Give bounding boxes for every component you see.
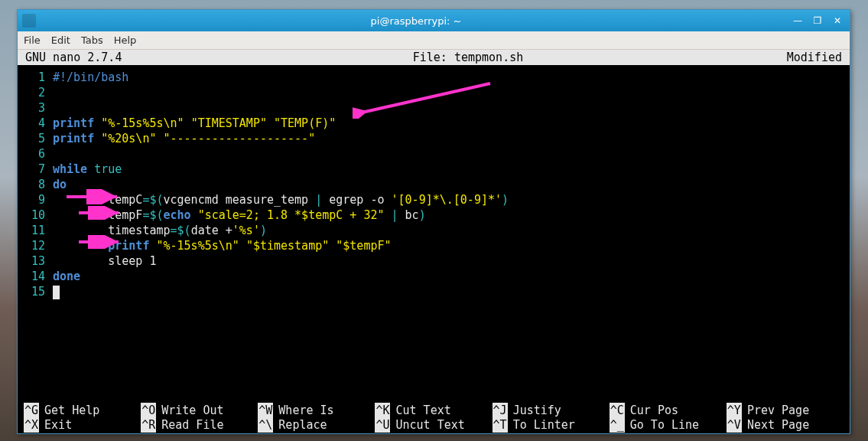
menu-file[interactable]: File bbox=[24, 34, 41, 46]
shortcut-justify[interactable]: ^JJustify bbox=[493, 403, 610, 417]
shortcut-replace[interactable]: ^\Replace bbox=[258, 417, 375, 432]
line-number: 2 bbox=[18, 85, 53, 100]
line-number: 4 bbox=[18, 116, 53, 131]
shortcut-cut-text[interactable]: ^KCut Text bbox=[375, 403, 492, 417]
shortcut-label: Go To Line bbox=[630, 417, 699, 433]
shortcut-get-help[interactable]: ^GGet Help bbox=[24, 403, 141, 417]
close-button[interactable]: ✕ bbox=[830, 15, 845, 27]
shortcut-key: ^G bbox=[24, 403, 39, 418]
code-line[interactable]: 6 bbox=[18, 146, 850, 162]
shortcut-key: ^V bbox=[727, 417, 742, 433]
code-cell[interactable]: printf "%20s\n" "--------------------" bbox=[53, 131, 850, 146]
line-number: 11 bbox=[18, 223, 53, 238]
line-number: 13 bbox=[18, 253, 53, 269]
code-line[interactable]: 1#!/bin/bash bbox=[18, 70, 850, 85]
code-line[interactable]: 15 bbox=[18, 284, 850, 299]
terminal-window: pi@raspberrypi: ~ — ❐ ✕ File Edit Tabs H… bbox=[17, 9, 850, 434]
line-number: 1 bbox=[18, 70, 53, 85]
shortcut-key: ^O bbox=[141, 403, 156, 418]
shortcut-label: Where Is bbox=[278, 403, 333, 418]
code-cell[interactable]: timestamp=$(date +'%s') bbox=[53, 223, 850, 238]
shortcut-key: ^C bbox=[610, 403, 625, 418]
shortcut-where-is[interactable]: ^WWhere Is bbox=[258, 403, 375, 417]
window-title: pi@raspberrypi: ~ bbox=[42, 15, 790, 27]
shortcut-label: Cut Text bbox=[395, 403, 450, 418]
nano-shortcuts: ^GGet Help^OWrite Out^WWhere Is^KCut Tex… bbox=[18, 403, 850, 433]
shortcut-key: ^\ bbox=[258, 417, 273, 433]
code-line[interactable]: 14done bbox=[18, 269, 850, 284]
shortcut-read-file[interactable]: ^RRead File bbox=[141, 417, 258, 432]
shortcut-key: ^R bbox=[141, 417, 156, 433]
titlebar[interactable]: pi@raspberrypi: ~ — ❐ ✕ bbox=[18, 10, 850, 31]
shortcut-label: Write Out bbox=[161, 403, 223, 418]
line-number: 12 bbox=[18, 238, 53, 253]
code-line[interactable]: 7while true bbox=[18, 162, 850, 177]
code-cell[interactable]: do bbox=[53, 177, 850, 192]
shortcut-label: Next Page bbox=[747, 417, 809, 433]
shortcut-next-page[interactable]: ^VNext Page bbox=[727, 417, 844, 432]
code-line[interactable]: 5printf "%20s\n" "--------------------" bbox=[18, 131, 850, 146]
code-line[interactable]: 2 bbox=[18, 85, 850, 100]
shortcut-cur-pos[interactable]: ^CCur Pos bbox=[610, 403, 727, 417]
shortcut-prev-page[interactable]: ^YPrev Page bbox=[727, 403, 844, 417]
shortcut-label: Cur Pos bbox=[630, 403, 678, 418]
code-line[interactable]: 9 tempC=$(vcgencmd measure_temp | egrep … bbox=[18, 192, 850, 207]
code-cell[interactable]: printf "%-15s%5s\n" "$timestamp" "$tempF… bbox=[53, 238, 850, 253]
shortcut-exit[interactable]: ^XExit bbox=[24, 417, 141, 432]
menubar: File Edit Tabs Help bbox=[18, 31, 850, 50]
shortcut-go-to-line[interactable]: ^_Go To Line bbox=[610, 417, 727, 432]
shortcut-write-out[interactable]: ^OWrite Out bbox=[141, 403, 258, 417]
menu-tabs[interactable]: Tabs bbox=[81, 34, 103, 46]
shortcut-to-linter[interactable]: ^TTo Linter bbox=[493, 417, 610, 432]
menu-edit[interactable]: Edit bbox=[51, 34, 70, 46]
minimize-button[interactable]: — bbox=[790, 15, 805, 27]
shortcut-key: ^_ bbox=[610, 417, 625, 433]
editor-content[interactable]: 1#!/bin/bash234printf "%-15s%5s\n" "TIME… bbox=[18, 65, 850, 299]
shortcut-key: ^W bbox=[258, 403, 273, 418]
shortcut-label: Replace bbox=[278, 417, 327, 433]
line-number: 3 bbox=[18, 100, 53, 116]
code-cell[interactable]: #!/bin/bash bbox=[53, 70, 850, 85]
shortcut-label: Read File bbox=[161, 417, 223, 433]
shortcut-label: Uncut Text bbox=[395, 417, 464, 433]
shortcut-key: ^X bbox=[24, 417, 39, 433]
line-number: 8 bbox=[18, 177, 53, 192]
code-cell[interactable] bbox=[53, 85, 850, 100]
code-line[interactable]: 10 tempF=$(echo "scale=2; 1.8 *$tempC + … bbox=[18, 207, 850, 223]
maximize-button[interactable]: ❐ bbox=[810, 15, 825, 27]
code-cell[interactable]: printf "%-15s%5s\n" "TIMESTAMP" "TEMP(F)… bbox=[53, 116, 850, 131]
code-line[interactable]: 11 timestamp=$(date +'%s') bbox=[18, 223, 850, 238]
line-number: 10 bbox=[18, 207, 53, 223]
window-buttons: — ❐ ✕ bbox=[790, 15, 845, 27]
code-line[interactable]: 4printf "%-15s%5s\n" "TIMESTAMP" "TEMP(F… bbox=[18, 116, 850, 131]
shortcut-uncut-text[interactable]: ^UUncut Text bbox=[375, 417, 492, 432]
code-line[interactable]: 8do bbox=[18, 177, 850, 192]
code-cell[interactable] bbox=[53, 284, 850, 299]
code-line[interactable]: 13 sleep 1 bbox=[18, 253, 850, 269]
line-number: 9 bbox=[18, 192, 53, 207]
code-cell[interactable]: tempC=$(vcgencmd measure_temp | egrep -o… bbox=[53, 192, 850, 207]
line-number: 14 bbox=[18, 269, 53, 284]
code-cell[interactable] bbox=[53, 146, 850, 162]
shortcut-key: ^T bbox=[493, 417, 508, 433]
code-line[interactable]: 12 printf "%-15s%5s\n" "$timestamp" "$te… bbox=[18, 238, 850, 253]
cursor bbox=[53, 286, 60, 299]
nano-version: GNU nano 2.7.4 bbox=[25, 50, 178, 65]
menu-help[interactable]: Help bbox=[114, 34, 137, 46]
code-cell[interactable] bbox=[53, 100, 850, 116]
shortcut-key: ^J bbox=[493, 403, 508, 418]
terminal-area[interactable]: GNU nano 2.7.4 File: tempmon.sh Modified… bbox=[18, 50, 850, 433]
code-cell[interactable]: done bbox=[53, 269, 850, 284]
line-number: 7 bbox=[18, 162, 53, 177]
code-cell[interactable]: while true bbox=[53, 162, 850, 177]
code-line[interactable]: 3 bbox=[18, 100, 850, 116]
shortcut-label: Justify bbox=[513, 403, 561, 418]
line-number: 5 bbox=[18, 131, 53, 146]
line-number: 6 bbox=[18, 146, 53, 162]
app-icon bbox=[22, 14, 36, 28]
shortcut-key: ^U bbox=[375, 417, 390, 433]
shortcut-label: To Linter bbox=[513, 417, 575, 433]
code-cell[interactable]: tempF=$(echo "scale=2; 1.8 *$tempC + 32"… bbox=[53, 207, 850, 223]
code-cell[interactable]: sleep 1 bbox=[53, 253, 850, 269]
shortcut-key: ^Y bbox=[727, 403, 742, 418]
